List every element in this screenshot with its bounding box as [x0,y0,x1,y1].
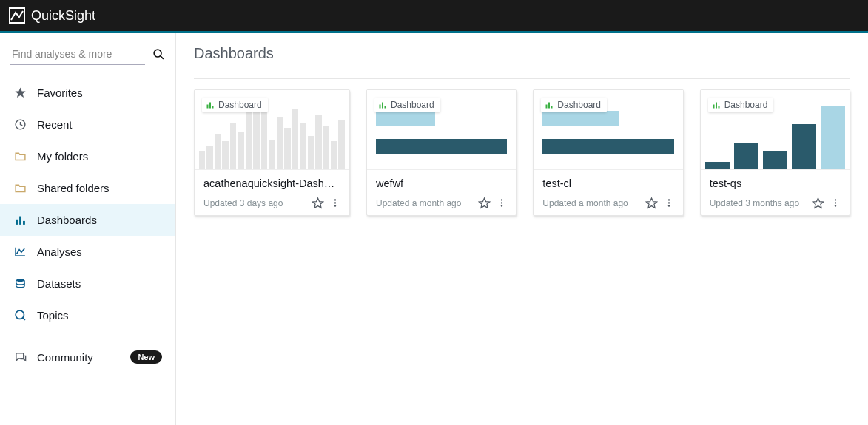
card-updated: Updated a month ago [542,198,645,208]
svg-rect-7 [23,221,25,225]
folder-shared-icon [13,182,27,194]
card-meta: Updated a month ago [542,197,673,209]
svg-marker-28 [646,198,656,208]
card-thumbnail: Dashboard [367,90,516,170]
svg-point-16 [334,202,336,203]
svg-point-22 [501,199,502,200]
sidebar: Favorites Recent My folders Shared folde… [0,33,176,425]
svg-point-15 [334,199,336,200]
sidebar-item-label: Favorites [37,86,83,99]
svg-rect-19 [382,103,383,109]
card-meta: Updated 3 months ago [710,197,841,209]
card-meta: Updated a month ago [376,197,507,209]
sidebar-item-topics[interactable]: Topics [0,299,175,331]
sidebar-item-community[interactable]: Community New [0,341,175,373]
card-updated: Updated 3 months ago [710,198,812,208]
search-icon[interactable] [152,48,165,61]
dashboard-card[interactable]: Dashboard test-qs Updated 3 months ago [700,89,850,216]
main: Dashboards Dashboard acathenaquicksight-… [176,33,868,425]
dashboard-card[interactable]: Dashboard test-cl Updated a month ago [533,89,683,216]
type-badge: Dashboard [708,98,774,112]
svg-rect-5 [16,220,18,225]
svg-rect-33 [716,103,717,109]
svg-point-30 [667,202,669,203]
type-badge: Dashboard [374,98,440,112]
dashboard-card[interactable]: Dashboard acathenaquicksight-Dashbo... U… [194,89,350,216]
svg-line-2 [161,56,164,59]
favorite-star-icon[interactable] [645,197,658,209]
sidebar-item-shared-folders[interactable]: Shared folders [0,172,175,204]
svg-rect-25 [546,105,548,109]
search-row [0,33,175,69]
brand[interactable]: QuickSight [9,7,95,24]
sidebar-item-label: Datasets [37,277,81,290]
card-title: test-cl [542,177,673,189]
favorite-star-icon[interactable] [312,197,324,209]
sidebar-item-recent[interactable]: Recent [0,109,175,140]
database-icon [13,277,27,290]
sidebar-item-label: Analyses [37,245,82,258]
type-badge-label: Dashboard [391,100,434,110]
type-badge-label: Dashboard [557,100,601,110]
dashboard-card[interactable]: Dashboard wefwf Updated a month ago [366,89,517,216]
sidebar-item-label: Dashboards [37,214,97,226]
bar-chart-icon [13,214,27,226]
svg-marker-35 [813,198,823,208]
star-icon [13,86,27,99]
nav-list: Favorites Recent My folders Shared folde… [0,69,175,373]
svg-point-31 [667,205,669,206]
search-input[interactable] [10,44,145,65]
svg-rect-34 [718,106,719,109]
favorite-star-icon[interactable] [478,197,491,209]
svg-marker-14 [312,198,323,208]
sidebar-item-datasets[interactable]: Datasets [0,268,175,299]
sidebar-item-label: Shared folders [37,182,110,194]
more-menu-icon[interactable] [664,197,674,209]
sidebar-item-label: Community [37,351,93,364]
more-menu-icon[interactable] [330,197,340,209]
card-body: acathenaquicksight-Dashbo... Updated 3 d… [195,170,349,215]
card-title: acathenaquicksight-Dashbo... [203,177,340,189]
card-thumbnail: Dashboard [534,90,682,170]
sidebar-item-my-folders[interactable]: My folders [0,140,175,172]
card-body: wefwf Updated a month ago [367,170,516,215]
cards-row: Dashboard acathenaquicksight-Dashbo... U… [194,78,850,216]
card-thumbnail: Dashboard [195,90,349,170]
more-menu-icon[interactable] [497,197,507,209]
svg-point-36 [835,199,836,200]
card-title: test-qs [710,177,841,189]
svg-point-17 [334,205,336,206]
sidebar-item-favorites[interactable]: Favorites [0,77,175,109]
line-chart-icon [13,245,27,258]
svg-rect-18 [380,105,381,109]
svg-rect-13 [212,106,214,109]
sidebar-item-label: Recent [37,118,73,131]
favorite-star-icon[interactable] [812,197,824,209]
card-body: test-qs Updated 3 months ago [701,170,850,215]
sidebar-item-label: Topics [37,309,69,322]
sidebar-item-dashboards[interactable]: Dashboards [0,204,175,236]
svg-line-10 [22,317,25,320]
new-badge: New [130,350,162,364]
bar-chart-icon [712,101,721,109]
svg-point-1 [154,50,161,57]
brand-name: QuickSight [31,8,95,24]
svg-point-24 [501,205,502,206]
page-title: Dashboards [194,45,850,62]
more-menu-icon[interactable] [830,197,841,209]
quicksight-logo-icon [9,7,25,24]
card-updated: Updated a month ago [376,198,478,208]
svg-rect-11 [207,105,209,109]
svg-point-29 [667,199,669,200]
svg-rect-26 [548,103,550,109]
type-badge-label: Dashboard [218,100,262,110]
svg-rect-6 [19,217,21,225]
card-body: test-cl Updated a month ago [534,170,682,215]
sidebar-item-analyses[interactable]: Analyses [0,236,175,268]
chat-icon [13,351,27,364]
svg-marker-21 [480,198,490,208]
card-updated: Updated 3 days ago [203,198,312,208]
svg-point-23 [501,202,502,203]
nav-divider [0,336,175,341]
topbar: QuickSight [0,0,868,31]
